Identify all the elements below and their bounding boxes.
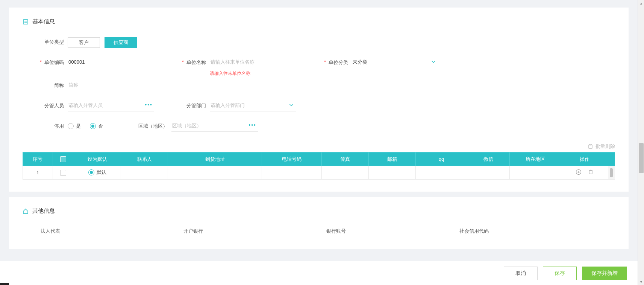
cell-email[interactable] [369,166,416,180]
scroll-up-icon[interactable]: ▴ [638,0,644,6]
save-button[interactable]: 保存 [543,267,577,280]
disable-no-radio[interactable]: 否 [90,123,103,130]
col-seq: 序号 [23,152,53,166]
col-addr: 到货地址 [168,152,262,166]
account-label: 银行账号 [308,228,350,235]
disable-label: 停用 [23,120,68,130]
col-qq: qq [416,152,467,166]
cell-wechat[interactable] [467,166,510,180]
cell-fax[interactable] [322,166,369,180]
basic-info-header: 基本信息 [23,18,615,25]
unit-type-supplier-button[interactable]: 供应商 [105,37,137,48]
page-scrollbar[interactable]: ▴ ▾ [638,0,644,285]
unit-category-select[interactable] [352,56,438,68]
legal-rep-input[interactable] [64,225,150,237]
col-phone: 电话号码 [262,152,322,166]
other-info-title: 其他信息 [32,207,55,215]
row-checkbox[interactable] [60,170,66,176]
unit-type-customer-button[interactable]: 客户 [68,37,100,48]
manager-input[interactable] [68,99,154,111]
manager-label: 分管人员 [23,99,68,109]
unit-code-input[interactable] [68,56,154,68]
footer-bar: 取消 保存 保存并新增 [0,261,638,285]
row-default-label: 默认 [97,169,106,176]
dept-input[interactable] [210,99,296,111]
unit-type-label: 单位类型 [23,36,68,46]
bank-label: 开户银行 [165,228,207,235]
scroll-thumb[interactable] [639,143,644,173]
unit-name-label: 单位名称 [165,56,210,66]
scroll-down-icon[interactable]: ▾ [638,279,644,285]
other-info-card: 其他信息 法人代表 开户银行 银行账号 社会信用代码 [9,197,629,249]
svg-rect-8 [589,171,592,174]
account-input[interactable] [350,225,436,237]
disable-yes-radio[interactable]: 是 [68,123,81,130]
disable-no-label: 否 [98,123,103,130]
footer-shadow [0,283,9,285]
unit-name-error: 请输入往来单位名称 [210,70,296,77]
col-contact: 联系人 [121,152,168,166]
short-name-input[interactable] [68,79,154,91]
table-row: 1 默认 [23,166,615,180]
credit-code-input[interactable] [492,225,579,237]
cancel-button[interactable]: 取消 [504,267,538,280]
short-name-label: 简称 [23,79,68,89]
region-input[interactable] [171,120,258,132]
contacts-table: 序号 设为默认 联系人 到货地址 电话号码 传真 邮箱 qq 微信 所在地区 操… [23,152,615,180]
batch-delete-label: 批量删除 [596,143,615,150]
unit-category-label: 单位分类 [307,56,352,66]
row-default-radio[interactable]: 默认 [88,169,106,176]
cell-contact[interactable] [121,166,168,180]
svg-rect-0 [23,20,28,24]
col-area: 所在地区 [510,152,561,166]
select-all-checkbox[interactable] [60,156,66,162]
col-ops: 操作 [561,152,608,166]
cell-addr[interactable] [168,166,262,180]
cell-area[interactable] [510,166,561,180]
unit-name-input[interactable] [210,56,296,68]
basic-info-card: 基本信息 单位类型 客户 供应商 单位编码 [9,8,629,192]
other-info-header: 其他信息 [23,207,615,215]
table-header-row: 序号 设为默认 联系人 到货地址 电话号码 传真 邮箱 qq 微信 所在地区 操… [23,152,615,166]
col-select[interactable] [53,152,74,166]
save-and-new-button[interactable]: 保存并新增 [582,267,627,280]
cell-seq: 1 [23,166,53,180]
col-fax: 传真 [322,152,369,166]
batch-delete-button[interactable]: 批量删除 [23,143,615,150]
col-default: 设为默认 [74,152,121,166]
table-scroll-header [608,152,615,166]
cell-qq[interactable] [416,166,467,180]
disable-yes-label: 是 [76,123,81,130]
delete-row-button[interactable] [588,169,594,175]
col-wechat: 微信 [467,152,510,166]
credit-code-label: 社会信用代码 [451,228,492,235]
basic-info-title: 基本信息 [32,18,55,25]
dept-label: 分管部门 [165,99,210,109]
legal-rep-label: 法人代表 [23,228,64,235]
table-scrollbar[interactable] [608,166,615,180]
cell-phone[interactable] [262,166,322,180]
house-icon [23,208,29,214]
add-row-button[interactable] [576,169,582,175]
bank-input[interactable] [207,225,293,237]
form-icon [23,19,29,25]
col-email: 邮箱 [369,152,416,166]
unit-code-label: 单位编码 [23,56,68,66]
region-label: 区域（地区） [122,120,171,130]
